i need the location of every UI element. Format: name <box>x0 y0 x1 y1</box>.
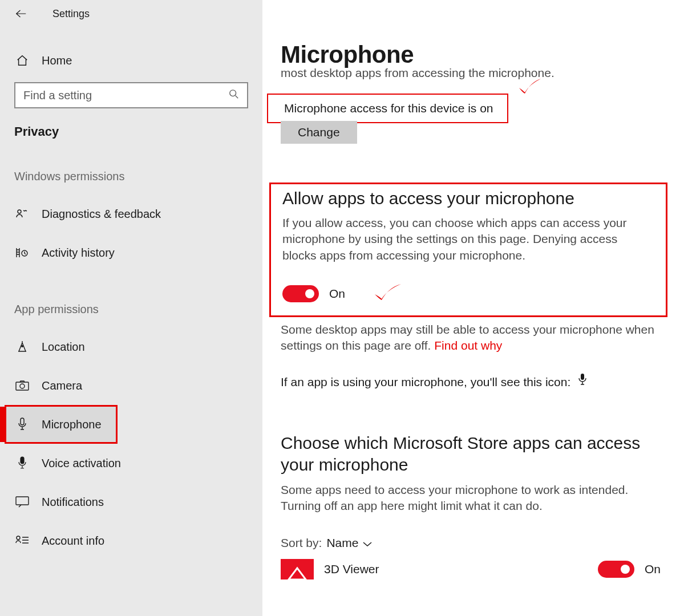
app-toggle-3d-viewer[interactable] <box>598 561 634 578</box>
sidebar: Settings Home Privacy Windows permission… <box>0 0 262 616</box>
sort-label: Sort by: <box>281 536 322 550</box>
svg-point-3 <box>22 346 23 347</box>
voice-activation-icon <box>15 456 29 470</box>
allow-heading: Allow apps to access your microphone <box>282 189 654 208</box>
app-icon-3d-viewer <box>281 559 314 579</box>
sidebar-item-camera[interactable]: Camera <box>0 366 262 405</box>
choose-apps-body: Some apps need to access your microphone… <box>281 482 667 514</box>
sidebar-item-label: Account info <box>42 534 104 548</box>
checkmark-icon <box>373 283 403 304</box>
microphone-status-icon <box>578 376 586 388</box>
toggle-label: On <box>329 287 345 301</box>
app-toggle-label: On <box>645 562 667 576</box>
sidebar-item-label: Diagnostics & feedback <box>42 208 161 221</box>
svg-rect-4 <box>16 382 29 390</box>
clipped-description: most desktop apps from accessing the mic… <box>281 66 667 80</box>
group-header-windows: Windows permissions <box>0 170 262 183</box>
svg-rect-8 <box>16 497 29 505</box>
svg-point-1 <box>18 210 21 213</box>
svg-point-5 <box>20 384 25 388</box>
desktop-apps-note: Some desktop apps may still be able to a… <box>281 322 667 354</box>
svg-rect-10 <box>581 374 584 380</box>
account-info-icon <box>15 534 29 548</box>
sidebar-item-notifications[interactable]: Notifications <box>0 483 262 521</box>
search-icon <box>229 89 239 102</box>
titlebar: Settings <box>0 0 262 27</box>
chevron-down-icon <box>363 536 372 550</box>
app-row-3d-viewer: 3D Viewer On <box>281 559 667 579</box>
sidebar-item-voice-activation[interactable]: Voice activation <box>0 444 262 483</box>
sidebar-item-microphone[interactable]: Microphone <box>5 405 118 444</box>
nav-home-label: Home <box>42 54 72 67</box>
sort-value: Name <box>326 536 358 550</box>
app-name: 3D Viewer <box>324 562 588 576</box>
mic-icon-note: If an app is using your microphone, you'… <box>281 374 667 390</box>
sidebar-item-label: Microphone <box>42 418 102 431</box>
back-icon[interactable] <box>16 9 26 19</box>
sidebar-item-label: Notifications <box>42 496 104 509</box>
sidebar-item-location[interactable]: Location <box>0 327 262 366</box>
sidebar-item-label: Camera <box>42 379 82 392</box>
find-out-why-link[interactable]: Find out why <box>434 339 502 352</box>
svg-rect-6 <box>21 418 24 425</box>
allow-apps-toggle[interactable] <box>282 285 319 302</box>
sidebar-item-label: Location <box>42 341 85 354</box>
search-input[interactable] <box>14 82 248 108</box>
search-field[interactable] <box>23 89 229 102</box>
home-icon <box>15 54 29 67</box>
page-title: Microphone <box>281 41 667 68</box>
activity-history-icon <box>15 246 29 260</box>
section-header: Privacy <box>0 108 262 139</box>
sort-by-dropdown[interactable]: Sort by: Name <box>281 536 667 550</box>
location-icon <box>15 340 29 354</box>
camera-icon <box>15 379 29 392</box>
sidebar-item-label: Activity history <box>42 246 115 260</box>
allow-apps-section: Allow apps to access your microphone If … <box>269 183 667 317</box>
sidebar-item-label: Voice activation <box>42 457 121 470</box>
change-button[interactable]: Change <box>281 121 357 144</box>
nav-home[interactable]: Home <box>0 43 262 78</box>
svg-point-0 <box>230 90 236 96</box>
svg-point-9 <box>17 536 20 540</box>
app-title: Settings <box>52 8 90 20</box>
device-access-status: Microphone access for this device is on <box>267 94 508 123</box>
sidebar-item-account-info[interactable]: Account info <box>0 521 262 560</box>
checkmark-icon <box>517 76 543 99</box>
svg-rect-7 <box>21 457 24 464</box>
feedback-icon <box>15 207 29 221</box>
choose-apps-heading: Choose which Microsoft Store apps can ac… <box>281 432 667 475</box>
sidebar-item-diagnostics[interactable]: Diagnostics & feedback <box>0 194 262 233</box>
notifications-icon <box>15 495 29 509</box>
sidebar-item-activity-history[interactable]: Activity history <box>0 233 262 272</box>
allow-body: If you allow access, you can choose whic… <box>282 215 654 264</box>
microphone-icon <box>15 418 29 431</box>
group-header-app: App permissions <box>0 303 262 316</box>
main-panel: Microphone most desktop apps from access… <box>262 0 688 616</box>
